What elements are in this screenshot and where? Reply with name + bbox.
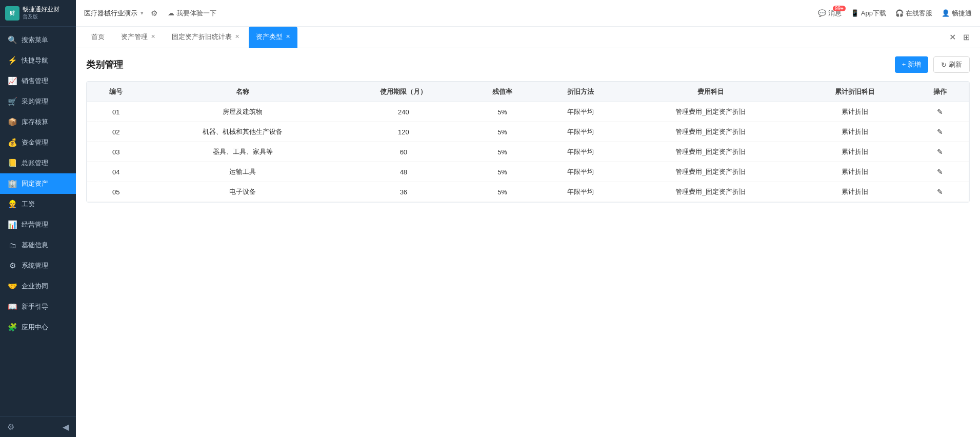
new-button[interactable]: + 新增 — [895, 56, 928, 73]
cell-3-3: 5% — [467, 162, 538, 182]
cell-2-7[interactable]: ✎ — [911, 142, 969, 162]
sidebar-nav: 🔍 搜索菜单 ⚡ 快捷导航 📈 销售管理 🛒 采购管理 📦 库存核算 💰 资金管… — [0, 27, 76, 416]
headset-icon: 🎧 — [895, 9, 904, 17]
table-wrapper: 编号名称使用期限（月）残值率折旧方法费用科目累计折旧科目操作 01房屋及建筑物2… — [86, 81, 970, 203]
page-actions: + 新增 ↻ 刷新 — [895, 56, 970, 73]
cell-0-2: 240 — [341, 102, 467, 122]
cell-4-0: 05 — [87, 182, 145, 202]
col-header-7: 操作 — [911, 82, 969, 102]
app-download-btn[interactable]: 📱 App下载 — [851, 9, 886, 18]
sidebar-item-工资[interactable]: 👷 工资 — [0, 194, 76, 214]
cell-0-6: 累计折旧 — [798, 102, 911, 122]
sidebar-icon-2: 📈 — [7, 76, 17, 86]
cell-1-2: 120 — [341, 122, 467, 142]
sidebar-item-搜索菜单[interactable]: 🔍 搜索菜单 — [0, 30, 76, 50]
online-service-btn[interactable]: 🎧 在线客服 — [895, 9, 932, 18]
main-content: 医疗器械行业演示 ▾ ⚙ ☁ 我要体验一下 💬 消息 99+ 📱 App下载 🎧… — [76, 0, 980, 437]
logo-title: 畅捷通好业财 — [23, 6, 59, 14]
tab-close-1[interactable]: ✕ — [151, 33, 155, 40]
cell-4-5: 管理费用_固定资产折旧 — [623, 182, 798, 202]
settings-icon[interactable]: ⚙ — [7, 422, 14, 432]
sidebar-item-快捷导航[interactable]: ⚡ 快捷导航 — [0, 50, 76, 71]
tab-label-0: 首页 — [91, 32, 105, 42]
message-btn[interactable]: 💬 消息 99+ — [818, 9, 842, 18]
sidebar: 财 畅捷通好业财 普及版 🔍 搜索菜单 ⚡ 快捷导航 📈 销售管理 🛒 采购管理… — [0, 0, 76, 437]
tab-3[interactable]: 资产类型✕ — [249, 27, 297, 48]
sidebar-item-库存核算[interactable]: 📦 库存核算 — [0, 112, 76, 132]
col-header-4: 折旧方法 — [538, 82, 623, 102]
app-download-label: App下载 — [861, 9, 886, 18]
cell-1-6: 累计折旧 — [798, 122, 911, 142]
sidebar-label-3: 采购管理 — [22, 97, 48, 106]
refresh-label: 刷新 — [949, 60, 962, 69]
sidebar-icon-8: 👷 — [7, 199, 17, 209]
cell-3-7[interactable]: ✎ — [911, 162, 969, 182]
sidebar-label-6: 总账管理 — [22, 158, 48, 168]
col-header-0: 编号 — [87, 82, 145, 102]
sidebar-icon-4: 📦 — [7, 117, 17, 127]
tab-0[interactable]: 首页 — [84, 27, 112, 48]
page-header: 类别管理 + 新增 ↻ 刷新 — [86, 56, 970, 73]
refresh-icon: ↻ — [941, 61, 947, 69]
col-header-5: 费用科目 — [623, 82, 798, 102]
expand-tab-btn[interactable]: ⊞ — [961, 30, 972, 44]
tab-close-2[interactable]: ✕ — [235, 33, 239, 40]
sidebar-item-采购管理[interactable]: 🛒 采购管理 — [0, 91, 76, 112]
sidebar-icon-11: ⚙ — [7, 261, 17, 271]
cell-3-1: 运输工具 — [145, 162, 340, 182]
cell-0-1: 房屋及建筑物 — [145, 102, 340, 122]
refresh-button[interactable]: ↻ 刷新 — [933, 56, 970, 73]
tab-2[interactable]: 固定资产折旧统计表✕ — [165, 27, 247, 48]
gear-icon[interactable]: ⚙ — [151, 9, 157, 18]
cell-1-0: 02 — [87, 122, 145, 142]
data-table: 编号名称使用期限（月）残值率折旧方法费用科目累计折旧科目操作 01房屋及建筑物2… — [87, 82, 969, 202]
topbar-title: 医疗器械行业演示 ▾ ⚙ — [84, 9, 157, 18]
logo-icon: 财 — [5, 6, 19, 21]
sidebar-item-资金管理[interactable]: 💰 资金管理 — [0, 132, 76, 153]
sidebar-logo: 财 畅捷通好业财 普及版 — [0, 0, 76, 27]
experience-btn[interactable]: ☁ 我要体验一下 — [168, 9, 216, 18]
cell-4-1: 电子设备 — [145, 182, 340, 202]
cell-1-4: 年限平均 — [538, 122, 623, 142]
experience-icon: ☁ — [168, 9, 174, 17]
cell-4-4: 年限平均 — [538, 182, 623, 202]
cell-4-7[interactable]: ✎ — [911, 182, 969, 202]
sidebar-label-10: 基础信息 — [22, 241, 48, 250]
logo-sub: 普及版 — [23, 13, 59, 21]
table-row: 03器具、工具、家具等605%年限平均管理费用_固定资产折旧累计折旧✎ — [87, 142, 969, 162]
sidebar-item-固定资产[interactable]: 🏢 固定资产 — [0, 173, 76, 194]
cell-1-7[interactable]: ✎ — [911, 122, 969, 142]
sidebar-item-企业协同[interactable]: 🤝 企业协同 — [0, 276, 76, 296]
cell-1-1: 机器、机械和其他生产设备 — [145, 122, 340, 142]
tab-1[interactable]: 资产管理✕ — [114, 27, 163, 48]
sidebar-item-总账管理[interactable]: 📒 总账管理 — [0, 153, 76, 173]
sidebar-item-经营管理[interactable]: 📊 经营管理 — [0, 214, 76, 235]
cell-0-7[interactable]: ✎ — [911, 102, 969, 122]
collapse-icon[interactable]: ◀ — [63, 422, 69, 432]
sidebar-item-销售管理[interactable]: 📈 销售管理 — [0, 71, 76, 91]
sidebar-item-新手引导[interactable]: 📖 新手引导 — [0, 296, 76, 317]
cell-3-0: 04 — [87, 162, 145, 182]
cell-2-5: 管理费用_固定资产折旧 — [623, 142, 798, 162]
cell-0-4: 年限平均 — [538, 102, 623, 122]
cell-3-6: 累计折旧 — [798, 162, 911, 182]
sidebar-item-应用中心[interactable]: 🧩 应用中心 — [0, 317, 76, 337]
sidebar-label-1: 快捷导航 — [22, 56, 48, 65]
table-row: 01房屋及建筑物2405%年限平均管理费用_固定资产折旧累计折旧✎ — [87, 102, 969, 122]
topbar-right: 💬 消息 99+ 📱 App下载 🎧 在线客服 👤 畅捷通 — [818, 9, 972, 18]
sidebar-item-系统管理[interactable]: ⚙ 系统管理 — [0, 255, 76, 276]
sidebar-icon-6: 📒 — [7, 158, 17, 168]
col-header-6: 累计折旧科目 — [798, 82, 911, 102]
phone-icon: 📱 — [851, 9, 859, 17]
col-header-1: 名称 — [145, 82, 340, 102]
user-label: 畅捷通 — [952, 9, 972, 18]
chevron-down-icon[interactable]: ▾ — [141, 10, 144, 16]
sidebar-item-基础信息[interactable]: 🗂 基础信息 — [0, 235, 76, 255]
close-tab-btn[interactable]: ✕ — [947, 30, 958, 44]
sidebar-label-4: 库存核算 — [22, 117, 48, 127]
sidebar-icon-0: 🔍 — [7, 35, 17, 45]
industry-title: 医疗器械行业演示 — [84, 9, 137, 18]
user-btn[interactable]: 👤 畅捷通 — [942, 9, 972, 18]
tab-close-3[interactable]: ✕ — [286, 33, 290, 40]
cell-4-2: 36 — [341, 182, 467, 202]
